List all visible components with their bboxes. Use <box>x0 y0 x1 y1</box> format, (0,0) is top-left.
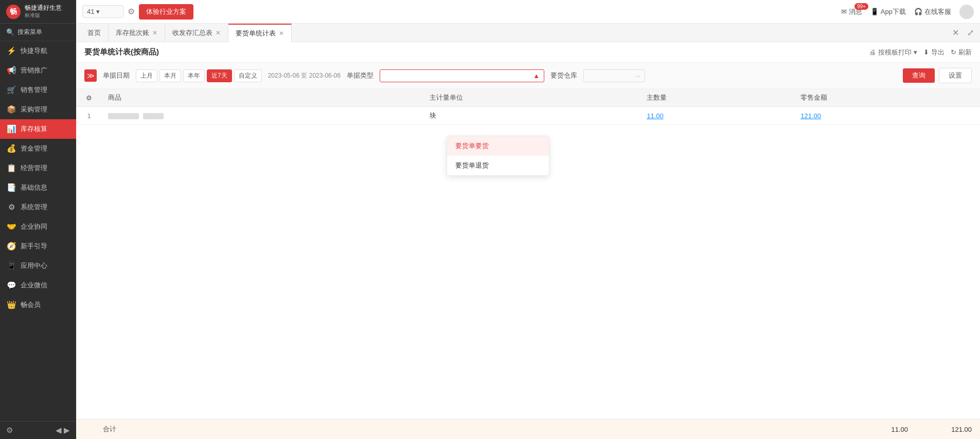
print-button[interactable]: 🖨 按模板打印 ▾ <box>869 48 917 57</box>
tab-close-icon[interactable]: ✕ <box>152 29 157 36</box>
marketing-icon: 📢 <box>6 66 16 75</box>
col-settings[interactable]: ⚙ <box>76 89 102 107</box>
sidebar-item-guide[interactable]: 🧭新手引导 <box>0 236 76 256</box>
cooperation-icon: 🤝 <box>6 222 16 231</box>
chevron-down-icon: ▾ <box>914 48 917 56</box>
type-filter-label: 单据类型 <box>347 71 373 80</box>
online-service-button[interactable]: 🎧 在线客服 <box>914 7 951 16</box>
sidebar-item-label: 应用中心 <box>21 261 47 270</box>
refresh-label: 刷新 <box>958 48 972 57</box>
sidebar-item-label: 销售管理 <box>21 85 47 95</box>
page-title: 要货单统计表(按商品) <box>84 47 159 57</box>
warehouse-select[interactable]: ··· <box>583 69 645 82</box>
tab-close-icon[interactable]: ✕ <box>216 29 221 36</box>
filter-expand-button[interactable]: ≫ <box>84 69 97 82</box>
tab-order-stat[interactable]: 要货单统计表✕ <box>228 24 292 42</box>
wechat-icon: 💬 <box>6 281 16 290</box>
appstore-icon: 📱 <box>6 261 16 270</box>
date-btn-上月[interactable]: 上月 <box>136 69 157 82</box>
phone-icon: 📱 <box>870 8 879 15</box>
sidebar-item-system[interactable]: ⚙系统管理 <box>0 197 76 217</box>
message-icon: ✉ <box>841 8 847 15</box>
avatar[interactable] <box>959 5 974 19</box>
sidebar-items-list: ⚡快捷导航📢营销推广🛒销售管理📦采购管理📊库存核算💰资金管理📋经营管理📑基础信息… <box>0 41 76 421</box>
tab-label: 库存批次账 <box>116 28 149 38</box>
logo-icon: 畅 <box>6 5 21 19</box>
logo-name: 畅捷通好生意 <box>25 4 62 12</box>
tab-summary[interactable]: 收发存汇总表✕ <box>165 24 228 42</box>
logo-text-block: 畅捷通好生意 标准版 <box>25 4 62 20</box>
date-btn-自定义[interactable]: 自定义 <box>234 69 262 82</box>
dropdown-option-order-require[interactable]: 要货单要货 <box>447 136 549 156</box>
warehouse-filter-label: 要货仓库 <box>550 71 577 80</box>
sidebar-item-inventory[interactable]: 📊库存核算 <box>0 119 76 139</box>
settings-button[interactable]: 设置 <box>939 68 972 83</box>
sidebar-item-cooperation[interactable]: 🤝企业协同 <box>0 217 76 236</box>
system-icon: ⚙ <box>6 203 16 212</box>
guide-icon: 🧭 <box>6 242 16 251</box>
settings-icon[interactable]: ⚙ <box>6 426 13 435</box>
sidebar-item-label: 企业微信 <box>21 281 47 290</box>
cell-amount: 121.00 <box>794 107 980 125</box>
col-amount: 零售金额 <box>794 89 980 107</box>
quick-nav-icon: ⚡ <box>6 46 16 56</box>
tab-batch[interactable]: 库存批次账✕ <box>109 24 165 42</box>
tab-close-icon[interactable]: ✕ <box>279 30 284 37</box>
export-label: 导出 <box>931 48 945 57</box>
sidebar-item-wechat[interactable]: 💬企业微信 <box>0 276 76 295</box>
tab-home[interactable]: 首页 <box>80 24 109 42</box>
date-btn-本年[interactable]: 本年 <box>183 69 205 82</box>
company-selector-value: 41 <box>87 8 94 15</box>
online-service-label: 在线客服 <box>924 7 951 16</box>
export-icon: ⬇ <box>923 48 929 56</box>
sidebar-collapse-button[interactable]: ◀ ▶ <box>56 426 70 435</box>
sidebar-item-sales[interactable]: 🛒销售管理 <box>0 80 76 100</box>
table-footer: 合计 11.00 121.00 <box>76 419 980 439</box>
sidebar-item-marketing[interactable]: 📢营销推广 <box>0 61 76 80</box>
window-close-icon[interactable]: ✕ <box>950 28 961 38</box>
sidebar-item-label: 新手引导 <box>21 242 47 251</box>
app-download-button[interactable]: 📱 App下载 <box>870 7 906 16</box>
basic-icon: 📑 <box>6 183 16 192</box>
table-header-row: ⚙ 商品 主计量单位 主数量 零售金额 <box>76 89 980 107</box>
expand-icon: ≫ <box>87 71 95 80</box>
topbar-settings-icon[interactable]: ⚙ <box>128 7 135 16</box>
date-btn-本月[interactable]: 本月 <box>159 69 181 82</box>
operation-icon: 📋 <box>6 163 16 173</box>
app-download-label: App下载 <box>881 7 906 16</box>
inventory-icon: 📊 <box>6 124 16 134</box>
date-btn-近7天[interactable]: 近7天 <box>207 69 232 82</box>
trial-button[interactable]: 体验行业方案 <box>139 4 193 20</box>
sidebar-item-purchase[interactable]: 📦采购管理 <box>0 100 76 119</box>
tab-label: 要货单统计表 <box>236 29 276 38</box>
sidebar-item-label: 资金管理 <box>21 144 47 153</box>
export-button[interactable]: ⬇ 导出 <box>923 48 945 57</box>
logo-sub: 标准版 <box>25 12 62 19</box>
sidebar-footer: ⚙ ◀ ▶ <box>0 421 76 439</box>
filter-bar: ≫ 单据日期 上月本月本年近7天自定义 2023-05-06 至 2023-06… <box>76 63 980 89</box>
col-unit: 主计量单位 <box>423 89 640 107</box>
company-selector[interactable]: 41 ▾ <box>82 5 123 18</box>
topbar: 41 ▾ ⚙ 体验行业方案 ✉ 消息 99+ 📱 App下载 🎧 在线客服 <box>76 0 980 24</box>
dropdown-option-order-return[interactable]: 要货单退货 <box>447 156 549 175</box>
chevron-down-icon: ▾ <box>96 8 100 15</box>
sidebar-item-label: 采购管理 <box>21 105 47 114</box>
sidebar-item-finance[interactable]: 💰资金管理 <box>0 139 76 158</box>
sidebar-item-operation[interactable]: 📋经营管理 <box>0 158 76 178</box>
cell-product <box>102 107 423 125</box>
refresh-button[interactable]: ↻ 刷新 <box>951 48 972 57</box>
sidebar-item-label: 快捷导航 <box>21 46 47 56</box>
date-filter-label: 单据日期 <box>103 71 130 80</box>
sidebar-item-quick-nav[interactable]: ⚡快捷导航 <box>0 41 76 61</box>
query-button[interactable]: 查询 <box>903 68 935 83</box>
sidebar-item-vip[interactable]: 👑畅会员 <box>0 295 76 315</box>
sidebar-item-basic[interactable]: 📑基础信息 <box>0 178 76 197</box>
sidebar-item-appstore[interactable]: 📱应用中心 <box>0 256 76 276</box>
messages-button[interactable]: ✉ 消息 99+ <box>841 7 862 16</box>
sidebar-search[interactable]: 🔍 搜索菜单 <box>0 24 76 41</box>
sidebar-item-label: 基础信息 <box>21 183 47 192</box>
window-expand-icon[interactable]: ⤢ <box>965 28 976 38</box>
sidebar-item-label: 系统管理 <box>21 203 47 212</box>
type-select[interactable]: ▲ <box>380 69 544 82</box>
sales-icon: 🛒 <box>6 85 16 95</box>
